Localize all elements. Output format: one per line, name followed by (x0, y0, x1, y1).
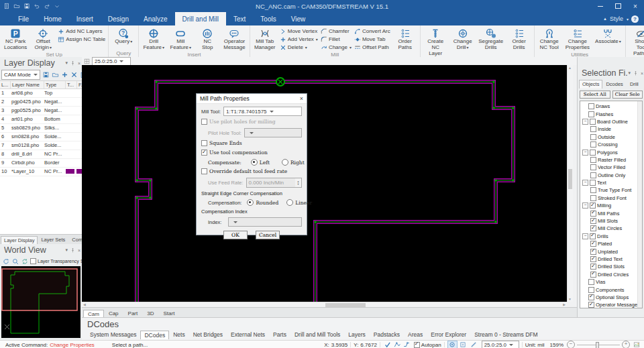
override-feed-rate-checkbox[interactable] (201, 168, 207, 174)
select-check-icon[interactable] (384, 341, 391, 348)
square-ends-checkbox[interactable] (201, 140, 207, 146)
tree-checkbox[interactable] (590, 150, 596, 156)
column-header-type[interactable]: Type (44, 81, 66, 89)
dock-tab-layer-sets[interactable]: Layer Sets (38, 235, 68, 244)
tree-scrollbar[interactable] (637, 101, 642, 308)
tree-item-text[interactable]: −Text (582, 179, 642, 186)
tree-item-drilled-circles[interactable]: Drilled Circles (582, 271, 642, 278)
tab-home[interactable]: Home (36, 12, 69, 25)
filter-tab-objects[interactable]: Objects (579, 80, 602, 89)
compensation-linear-radio[interactable] (286, 199, 293, 206)
save-icon[interactable] (23, 3, 30, 9)
tree-item-milling[interactable]: −Milling (582, 202, 642, 209)
collapse-ribbon-icon[interactable]: ▲ (603, 17, 607, 21)
ribbon-button-nc-stop[interactable]: NC Stop (194, 26, 221, 52)
zoom-slider[interactable] (577, 341, 620, 348)
qat-more-icon[interactable] (54, 3, 60, 9)
bottom-tab-system-messages[interactable]: System Messages (86, 330, 140, 339)
redraw-icon[interactable] (1, 257, 10, 266)
bottom-tab-dcodes[interactable]: DCodes (140, 331, 169, 339)
tree-item-mill-paths[interactable]: Mill Paths (582, 209, 642, 217)
ribbon-button-drill-feature[interactable]: Drill Feature▾ (140, 26, 167, 52)
cam-mode-select[interactable]: CAM Mode (1, 70, 40, 80)
compensate-left-radio[interactable] (251, 159, 258, 166)
clear-selection-button[interactable]: Clear Sele (612, 91, 643, 99)
snapshot-icon[interactable] (633, 341, 640, 348)
column-header-l[interactable]: L... (0, 81, 11, 89)
pin-icon[interactable] (633, 70, 639, 76)
table-row[interactable]: 3pgp0525.phoNegat... (0, 107, 82, 115)
ribbon-button-offset-path[interactable]: Offset Path (354, 44, 390, 51)
column-header-t[interactable]: T... (66, 81, 77, 89)
ribbon-button-operator-message[interactable]: Operator Message (221, 26, 248, 52)
tree-checkbox[interactable] (590, 241, 596, 247)
tree-item-true-type-font[interactable]: True Type Font (582, 186, 642, 194)
refresh-world-icon[interactable] (20, 257, 29, 266)
tree-checkbox[interactable] (590, 126, 596, 132)
tree-checkbox[interactable] (588, 111, 594, 117)
table-row[interactable]: 2pgp0425.phoNegat... (0, 98, 82, 107)
tab-design[interactable]: Design (101, 12, 136, 25)
ribbon-button-mill-tab-manager[interactable]: Mill Tab Manager (252, 26, 278, 52)
world-view-canvas[interactable] (1, 266, 80, 338)
tree-checkbox[interactable] (590, 256, 596, 262)
minimize-button[interactable] (592, 0, 609, 12)
tree-item-operator-messages[interactable]: Operator Messages (582, 301, 642, 308)
ribbon-button-change-properties[interactable]: Change Properties (563, 26, 592, 52)
help-icon[interactable]: ? (631, 15, 639, 23)
expander-icon[interactable]: − (582, 233, 588, 239)
ribbon-button-change-nc-tool[interactable]: Change NC Tool (536, 26, 563, 52)
tree-checkbox[interactable] (590, 119, 596, 125)
ribbon-button-segregate-drills[interactable]: Segregate Drills (476, 26, 506, 58)
bottom-tab-padstacks[interactable]: Padstacks (370, 330, 404, 339)
tree-item-outside[interactable]: Outside (582, 133, 642, 141)
tree-item-board-outline[interactable]: −Board Outline (582, 118, 642, 125)
table-row[interactable]: 1art08.phoTop (0, 89, 82, 98)
dialog-close-icon[interactable]: × (300, 95, 303, 102)
tab-tools[interactable]: Tools (253, 12, 283, 25)
tree-checkbox[interactable] (590, 180, 596, 186)
pad-toggle-icon[interactable] (458, 341, 468, 348)
tab-insert[interactable]: Insert (69, 12, 101, 25)
restore-button[interactable] (609, 0, 627, 12)
table-row[interactable]: 8drill_8.drlNC Pr... (0, 150, 82, 159)
ribbon-button-query[interactable]: ?Query▾ (110, 26, 137, 50)
expander-icon[interactable]: − (582, 202, 588, 209)
design-canvas[interactable] (82, 65, 567, 302)
tree-checkbox[interactable] (588, 302, 594, 308)
bottom-tab-drill-and-mill-tools[interactable]: Drill and Mill Tools (290, 330, 344, 339)
tree-item-unplated[interactable]: Unplated (582, 247, 642, 255)
expander-icon[interactable]: − (582, 119, 588, 125)
zoom-in-button[interactable]: + (622, 341, 630, 348)
close-button[interactable]: × (627, 0, 644, 12)
tree-item-inside[interactable]: Inside (582, 125, 642, 133)
bottom-tab-net-bridges[interactable]: Net Bridges (189, 330, 227, 339)
vertical-scrollbar[interactable]: ▲ ▼ (567, 65, 573, 302)
tree-checkbox[interactable] (588, 279, 594, 285)
style-menu[interactable]: ▲ Style ▾ ? (603, 12, 639, 25)
bottom-tab-external-nets[interactable]: External Nets (227, 330, 269, 339)
tree-checkbox[interactable] (590, 218, 596, 224)
open-folder-icon[interactable] (51, 70, 60, 79)
tab-analyze[interactable]: Analyze (136, 12, 175, 25)
ribbon-button-change[interactable]: Change▾ (321, 44, 352, 51)
tree-item-drilled-text[interactable]: Drilled Text (582, 255, 642, 263)
mill-tool-select[interactable]: 1:T1:78.7401575 (223, 107, 302, 116)
tree-checkbox[interactable] (590, 202, 596, 209)
vertex-move-icon[interactable] (403, 341, 410, 348)
ribbon-button-order-paths[interactable]: Order Paths (392, 26, 419, 52)
tree-checkbox[interactable] (590, 134, 596, 140)
tree-item-optional-stops[interactable]: Optional Stops (582, 294, 642, 301)
filter-tab-dcodes[interactable]: Dcodes (602, 80, 626, 89)
tree-checkbox[interactable] (590, 157, 596, 163)
ribbon-button-fillet[interactable]: Fillet (321, 36, 352, 43)
grid-spacing-select[interactable]: 25.0:25.0 (482, 341, 519, 348)
ribbon-button-show-tool-paths[interactable]: Show Tool Paths▾ (627, 26, 644, 58)
expander-icon[interactable]: − (582, 180, 588, 186)
ribbon-button-create-nc-layer[interactable]: Create NC Layer (422, 26, 449, 58)
tree-checkbox[interactable] (588, 103, 594, 109)
ribbon-button-change-drill[interactable]: Change Drill▾ (449, 26, 476, 58)
tree-item-plated[interactable]: Plated (582, 240, 642, 247)
bottom-tab-nets[interactable]: Nets (169, 330, 189, 339)
table-row[interactable]: 9Cirbdr.phoBorder (0, 159, 82, 168)
